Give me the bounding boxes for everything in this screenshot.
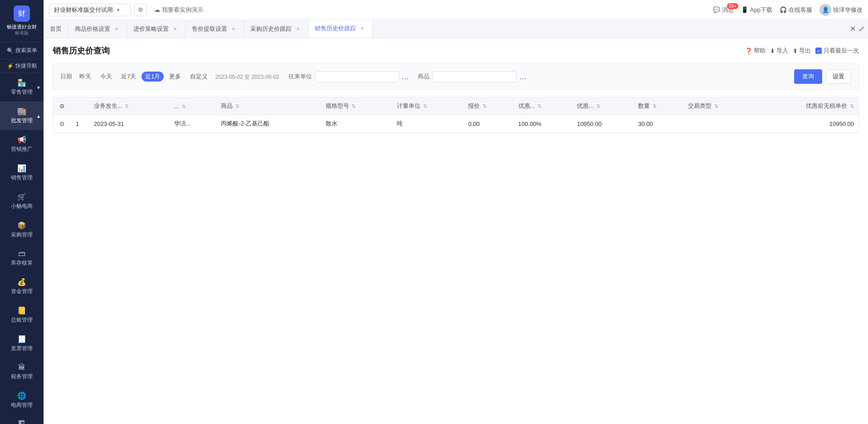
tab-sales-history-close[interactable]: ×	[359, 25, 366, 32]
sidebar: 财 畅捷通好业财 标准版 🔍 搜索菜单 ⚡ 快捷导航 🏪 零售管理 ▼ 🏬 批发…	[0, 0, 44, 424]
sidebar-item-ecommerce[interactable]: 🌐 电商管理	[0, 386, 44, 414]
date-range-display: 2023-05-02 至 2023-06-02	[215, 74, 279, 80]
logo-text: 畅捷通好业财	[7, 24, 37, 30]
partner-dots-button[interactable]: ...	[402, 72, 409, 82]
help-link[interactable]: ❓ 帮助	[745, 47, 766, 55]
sidebar-item-sales[interactable]: 📊 销售管理	[0, 159, 44, 187]
topbar: 好业财标准版交付试用 ▼ ⚙ ☁ 我要看实例演示 💬 消息 99+ 📱 App下…	[44, 0, 868, 20]
product-input[interactable]	[432, 71, 517, 82]
date-opt-last7[interactable]: 近7天	[117, 72, 140, 82]
col-discount1[interactable]: 优惠... ⇅	[514, 97, 573, 115]
version-selector[interactable]: 好业财标准版交付试用 ▼	[49, 4, 131, 16]
transaction-type-sort-icon: ⇅	[714, 103, 718, 109]
sidebar-item-purchase-label: 采购管理	[11, 231, 33, 239]
col-quantity[interactable]: 数量 ⇅	[634, 97, 683, 115]
sidebar-item-ledger-label: 总账管理	[11, 316, 33, 324]
logo-sub: 标准版	[15, 30, 29, 36]
col-num	[71, 97, 89, 115]
row-gear[interactable]: ⚙	[53, 115, 71, 133]
app-download-button[interactable]: 📱 App下载	[741, 6, 772, 14]
quick-nav-icon: ⚡	[7, 63, 14, 69]
only-last-checkbox[interactable]: ✓ 只看最后一次	[815, 47, 859, 55]
retail-arrow-icon: ▼	[36, 85, 41, 90]
col-product[interactable]: 商品 ⇅	[216, 97, 321, 115]
sidebar-quick-nav[interactable]: ⚡ 快捷导航	[0, 59, 44, 73]
logo-icon: 财	[14, 5, 30, 22]
tab-home[interactable]: 首页	[44, 20, 68, 38]
tab-sales-history[interactable]: 销售历史价跟踪 ×	[308, 20, 373, 38]
col-dots[interactable]: ... ⇅	[170, 97, 216, 115]
online-service-button[interactable]: 🎧 在线客服	[780, 6, 812, 14]
sidebar-item-marketing-label: 营销推广	[11, 145, 33, 153]
col-gear[interactable]: ⚙	[53, 97, 71, 115]
demo-link[interactable]: ☁ 我要看实例演示	[154, 6, 203, 14]
sidebar-item-ecommerce-small[interactable]: 🛒 小畅电商	[0, 187, 44, 216]
dots-sort-icon: ⇅	[182, 104, 186, 109]
sidebar-search-label: 搜索菜单	[15, 47, 37, 54]
col-unit[interactable]: 计量单位 ⇅	[392, 97, 463, 115]
row-dots: 华洁...	[170, 115, 216, 133]
tab-purchase-history[interactable]: 采购历史价跟踪 ×	[244, 20, 308, 38]
help-icon: ❓	[745, 48, 752, 54]
selector-dropdown-icon: ▼	[116, 7, 121, 13]
tab-price-close[interactable]: ×	[113, 25, 120, 33]
date-opt-custom[interactable]: 自定义	[186, 72, 211, 82]
sidebar-item-retail[interactable]: 🏪 零售管理 ▼	[0, 73, 44, 101]
col-pretax-price[interactable]: 优惠前无税单价 ⇅	[755, 97, 858, 115]
col-price[interactable]: 报价 ⇅	[463, 97, 513, 115]
col-transaction-type[interactable]: 交易类型 ⇅	[683, 97, 755, 115]
date-filter-group: 日期 昨天 今天 近7天 近1月 更多 自定义 2023-05-02 至 202…	[60, 72, 279, 82]
inventory-icon: 🗃	[18, 250, 25, 258]
finance-icon: 💰	[17, 278, 26, 286]
user-name: 徐泽华修改	[833, 6, 863, 14]
discount1-sort-icon: ⇅	[537, 103, 541, 109]
col-biz-date[interactable]: 业务发生... ⇅	[89, 97, 170, 115]
import-link[interactable]: ⬇ 导入	[770, 47, 788, 55]
ledger-icon: 📒	[17, 306, 26, 315]
sidebar-item-tax[interactable]: 🏛 税务管理	[0, 358, 44, 386]
spec-sort-icon: ⇅	[351, 103, 356, 109]
date-opt-yesterday[interactable]: 昨天	[76, 72, 95, 82]
sidebar-item-ecommerce-label: 电商管理	[11, 401, 33, 409]
query-button[interactable]: 查询	[794, 69, 822, 84]
sidebar-search[interactable]: 🔍 搜索菜单	[0, 42, 44, 59]
date-opt-more[interactable]: 更多	[166, 72, 185, 82]
product-dots-button[interactable]: ...	[519, 72, 526, 82]
main-area: 好业财标准版交付试用 ▼ ⚙ ☁ 我要看实例演示 💬 消息 99+ 📱 App下…	[44, 0, 868, 424]
sidebar-item-inventory[interactable]: 🗃 库存核算	[0, 244, 44, 272]
import-icon: ⬇	[770, 48, 775, 54]
topbar-settings-button[interactable]: ⚙	[134, 4, 147, 16]
sidebar-item-fixed-assets[interactable]: 🏗 固定资产	[0, 414, 44, 424]
settings-button[interactable]: 设置	[826, 69, 851, 84]
app-download-label: App下载	[750, 6, 772, 14]
user-profile-button[interactable]: 👤 徐泽华修改	[819, 4, 863, 16]
avatar: 👤	[819, 4, 831, 16]
sidebar-item-wholesale[interactable]: 🏬 批发管理 ▲	[0, 101, 44, 130]
tabbar-close-button[interactable]: ✕	[850, 24, 856, 33]
discount2-sort-icon: ⇅	[596, 103, 600, 109]
invoice-icon: 🧾	[17, 335, 26, 343]
tab-price-extract[interactable]: 售价提取设置 ×	[185, 20, 244, 38]
col-discount2[interactable]: 优惠... ⇅	[572, 97, 634, 115]
tab-purchase-strategy-close[interactable]: ×	[171, 25, 179, 33]
sidebar-item-finance[interactable]: 💰 资金管理	[0, 272, 44, 301]
sidebar-item-tax-label: 税务管理	[11, 373, 33, 381]
date-opt-today[interactable]: 今天	[97, 72, 116, 82]
sidebar-item-marketing[interactable]: 📢 营销推广	[0, 130, 44, 159]
export-link[interactable]: ⬆ 导出	[793, 47, 811, 55]
sidebar-item-invoice[interactable]: 🧾 发票管理	[0, 329, 44, 358]
tab-price-extract-close[interactable]: ×	[230, 25, 237, 33]
message-button[interactable]: 💬 消息 99+	[713, 6, 734, 14]
col-spec[interactable]: 规格型号 ⇅	[321, 97, 392, 115]
filter-actions: 查询 设置	[794, 69, 851, 84]
tabbar-maximize-button[interactable]: ⤢	[858, 24, 864, 33]
sidebar-item-purchase[interactable]: 📦 采购管理	[0, 216, 44, 244]
sidebar-logo: 财 畅捷通好业财 标准版	[0, 0, 44, 42]
date-opt-last1m[interactable]: 近1月	[141, 72, 164, 82]
row-discount2: 10950.00	[572, 115, 634, 133]
sidebar-item-ledger[interactable]: 📒 总账管理	[0, 301, 44, 329]
partner-input[interactable]	[315, 71, 399, 82]
tab-price[interactable]: 商品价格设置 ×	[68, 20, 127, 38]
tab-purchase-history-close[interactable]: ×	[294, 25, 302, 33]
tab-purchase-strategy[interactable]: 进价策略设置 ×	[127, 20, 185, 38]
